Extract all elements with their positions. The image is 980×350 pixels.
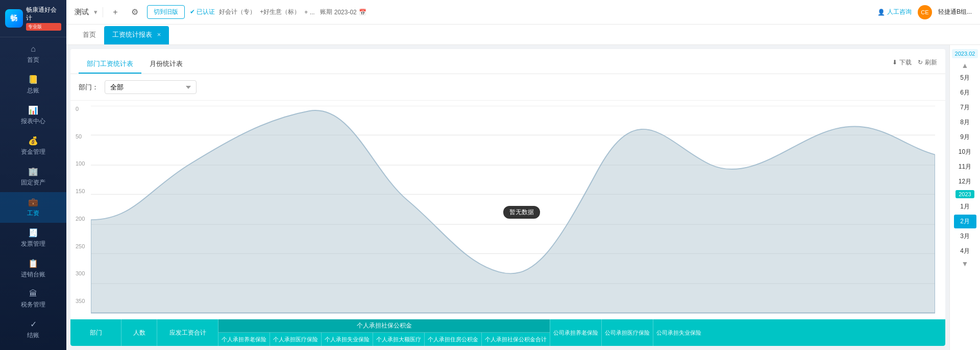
- tax-icon: 🏛: [29, 289, 37, 298]
- asset-icon: 🏢: [28, 167, 38, 176]
- month-3[interactable]: 3月: [954, 229, 976, 243]
- settings-button[interactable]: ⚙: [128, 5, 142, 19]
- sidebar-item-sales[interactable]: 📋 进销台账: [0, 253, 66, 284]
- dept-filter-label: 部门：: [79, 83, 99, 92]
- calendar-icon[interactable]: 📅: [359, 9, 366, 16]
- refresh-label: 刷新: [925, 58, 937, 67]
- main-area: 测试 ▾ + ⚙ 切到旧版 ✔ 已认证 好会计（专） +好生意（标） + ...…: [66, 0, 980, 350]
- sidebar-item-asset[interactable]: 🏢 固定资产: [0, 161, 66, 192]
- tab-home[interactable]: 首页: [75, 26, 104, 44]
- group-subs: 个人承担养老保险 个人承担医疗保险 个人承担失业保险 个人承担大额医疗: [218, 333, 550, 346]
- avatar: CE: [918, 5, 932, 19]
- dept-filter-select[interactable]: 全部 销售部 财务部 人事部: [105, 80, 197, 94]
- sidebar-item-home[interactable]: ⌂ 首页: [0, 39, 66, 69]
- y-label-300: 300: [76, 270, 85, 276]
- month-11[interactable]: 11月: [954, 160, 976, 174]
- user-name[interactable]: 轻捷通B组...: [938, 8, 972, 16]
- ledger-icon: 📒: [28, 75, 38, 84]
- sidebar-item-fund[interactable]: 💰 资金管理: [0, 131, 66, 161]
- sidebar-item-label: 发票管理: [21, 240, 45, 248]
- more-badge: + ...: [304, 9, 314, 16]
- chart-area: 350 300 250 200 150 100 50 0: [70, 101, 945, 319]
- filter-row: 部门： 全部 销售部 财务部 人事部: [70, 74, 945, 101]
- tab-salary-report[interactable]: 工资统计报表 ×: [104, 26, 169, 44]
- good-biz-badge: +好生意（标）: [260, 8, 300, 16]
- month-2-active[interactable]: 2月: [954, 215, 976, 228]
- invoice-icon: 🧾: [28, 228, 38, 238]
- month-1[interactable]: 1月: [954, 200, 976, 214]
- group-title: 个人承担社保公积金: [218, 319, 550, 333]
- company-unemployment: 公司承担失业保险: [653, 319, 704, 346]
- topbar: 测试 ▾ + ⚙ 切到旧版 ✔ 已认证 好会计（专） +好生意（标） + ...…: [66, 0, 980, 25]
- logo-area: 畅 畅康通好会计 专业版: [0, 0, 66, 37]
- y-label-150: 150: [76, 188, 85, 194]
- topbar-divider: [103, 7, 103, 17]
- sub-major-medical: 个人承担大额医疗: [373, 333, 425, 346]
- sidebar-item-invoice[interactable]: 🧾 发票管理: [0, 223, 66, 253]
- sidebar-item-archive[interactable]: 📁 归档管理: [0, 345, 66, 350]
- sub-tab-dept[interactable]: 部门工资统计表: [79, 55, 141, 74]
- sidebar-item-label: 总账: [27, 86, 39, 95]
- y-label-0: 0: [76, 106, 85, 112]
- refresh-btn[interactable]: ↻ 刷新: [918, 58, 937, 67]
- period-value: 2023-02: [334, 9, 357, 16]
- sidebar-item-label: 固定资产: [21, 178, 45, 187]
- logo-badge: 专业版: [26, 23, 61, 31]
- service-btn[interactable]: 👤 人工咨询: [877, 8, 912, 16]
- col-people-label: 人数: [133, 329, 145, 337]
- company-name: 测试: [75, 8, 89, 17]
- sidebar: 畅 畅康通好会计 专业版 ⌂ 首页 📒 总账 📊 报表中心 💰 资金管理 🏢 固…: [0, 0, 66, 350]
- sub-tab-month[interactable]: 月份统计表: [141, 55, 191, 74]
- month-4[interactable]: 4月: [954, 244, 976, 258]
- sub-pension: 个人承担养老保险: [218, 333, 270, 346]
- service-icon: 👤: [877, 9, 885, 16]
- sidebar-item-tax[interactable]: 🏛 税务管理: [0, 284, 66, 314]
- tab-close-icon[interactable]: ×: [157, 31, 161, 38]
- content-area: 部门工资统计表 月份统计表 ⬇ 下载 ↻ 刷新: [66, 45, 980, 350]
- sub-medical: 个人承担医疗保险: [270, 333, 322, 346]
- month-8[interactable]: 8月: [954, 115, 976, 129]
- month-9[interactable]: 9月: [954, 130, 976, 144]
- month-12[interactable]: 12月: [954, 175, 976, 189]
- service-label: 人工咨询: [887, 8, 912, 16]
- month-6[interactable]: 6月: [954, 86, 976, 100]
- download-btn[interactable]: ⬇ 下载: [892, 58, 912, 67]
- col-people: 人数: [121, 319, 157, 346]
- sidebar-item-ledger[interactable]: 📒 总账: [0, 69, 66, 100]
- download-label: 下载: [899, 58, 912, 67]
- personal-insurance-group: 个人承担社保公积金 个人承担养老保险 个人承担医疗保险 个人承担失业保险: [218, 319, 550, 346]
- sidebar-item-label: 首页: [27, 56, 39, 64]
- date-panel: 2023.02 ▲ 5月 6月 7月 8月 9月 10月 11月 12月 202…: [949, 45, 980, 350]
- sidebar-item-salary[interactable]: 💼 工资: [0, 192, 66, 223]
- date-nav-down[interactable]: ▼: [962, 260, 969, 268]
- sub-housing: 个人承担住房公积金: [425, 333, 482, 346]
- sub-tabs-actions: ⬇ 下载 ↻ 刷新: [892, 58, 937, 71]
- company-dropdown-icon[interactable]: ▾: [94, 8, 97, 16]
- period-label: 账期: [320, 8, 332, 16]
- sidebar-item-label: 工资: [27, 209, 39, 218]
- chart-tooltip: 暂无数据: [503, 206, 540, 219]
- y-label-250: 250: [76, 243, 85, 249]
- date-nav-up[interactable]: ▲: [962, 61, 969, 69]
- sidebar-item-close[interactable]: ✓ 结账: [0, 314, 66, 345]
- page-panel: 部门工资统计表 月份统计表 ⬇ 下载 ↻ 刷新: [70, 49, 945, 346]
- current-date-label: 2023.02: [952, 49, 978, 58]
- switch-old-btn[interactable]: 切到旧版: [147, 5, 185, 19]
- logo-text-area: 畅康通好会计 专业版: [26, 6, 61, 31]
- sidebar-item-label: 报表中心: [21, 117, 45, 126]
- sales-icon: 📋: [28, 259, 38, 268]
- year-2023-label[interactable]: 2023: [955, 190, 974, 198]
- sidebar-item-label: 税务管理: [21, 300, 45, 309]
- sidebar-item-label: 资金管理: [21, 148, 45, 156]
- badges-area: ✔ 已认证 好会计（专） +好生意（标） + ...: [190, 8, 315, 16]
- y-label-200: 200: [76, 216, 85, 222]
- company-pension: 公司承担养老保险: [550, 319, 602, 346]
- sidebar-item-label: 结账: [27, 331, 39, 340]
- month-5[interactable]: 5月: [954, 71, 976, 85]
- tabs-bar: 首页 工资统计报表 ×: [66, 25, 980, 45]
- topbar-right: 👤 人工咨询 CE 轻捷通B组...: [877, 5, 972, 19]
- month-10[interactable]: 10月: [954, 145, 976, 159]
- sidebar-item-report[interactable]: 📊 报表中心: [0, 100, 66, 131]
- add-button[interactable]: +: [108, 5, 122, 19]
- month-7[interactable]: 7月: [954, 101, 976, 114]
